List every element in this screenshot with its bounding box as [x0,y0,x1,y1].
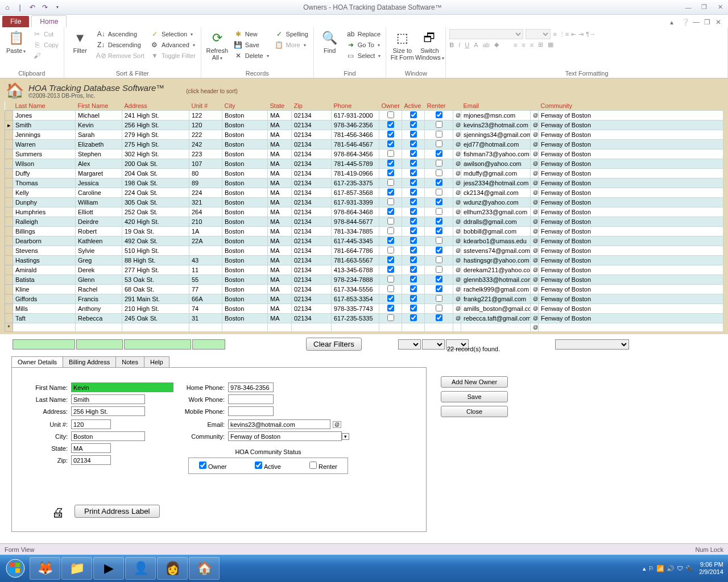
tray-network-icon[interactable]: 📶 [656,565,664,572]
table-row[interactable]: KellyCaroline224 Oak St.224BostonMA02134… [5,188,723,198]
filter-unit[interactable] [192,339,225,350]
active-chk[interactable] [410,266,417,273]
renter-chk[interactable] [436,247,442,253]
input-unit[interactable] [71,419,111,429]
table-row[interactable]: ThomasJessica198 Oak St.89BostonMA021346… [5,178,723,188]
table-row[interactable]: WarrenElizabeth275 High St.242BostonMA02… [5,140,723,149]
tray-volume-icon[interactable]: 🔊 [667,565,675,572]
renter-chk[interactable] [436,256,442,263]
col-header[interactable]: Email [461,101,531,111]
tab-billing-address[interactable]: Billing Address [63,356,116,368]
active-chk[interactable] [410,295,417,302]
col-header[interactable]: Owner [379,101,402,111]
renter-chk[interactable] [436,179,442,186]
col-header[interactable]: City [222,101,268,111]
taskbar-app2[interactable]: 👩 [157,557,188,580]
table-row[interactable]: ▸SmithKevin256 High St.120BostonMA021349… [5,120,723,130]
renter-chk[interactable] [436,131,442,138]
renter-chk[interactable] [436,140,442,147]
size-to-fit-button[interactable]: ⬚Size to Fit Form [390,29,415,61]
ascending-button[interactable]: A↓Ascending [95,29,146,39]
owner-chk[interactable] [387,131,394,138]
selection-button[interactable]: ✓Selection [148,29,197,39]
delete-button[interactable]: ✕Delete [232,51,271,61]
owner-chk[interactable] [387,247,394,253]
refresh-all-button[interactable]: ⟳Refresh All [205,29,230,61]
subwindow-restore-icon[interactable]: ❐ [704,18,713,27]
active-chk[interactable] [410,150,417,157]
filter-lastname[interactable] [13,339,75,350]
renter-chk[interactable] [436,121,442,128]
active-chk[interactable] [410,276,417,282]
find-button[interactable]: 🔍Find [317,29,342,54]
renter-chk[interactable] [436,237,442,244]
active-chk[interactable] [410,208,417,215]
renter-chk[interactable] [436,218,442,225]
new-row[interactable]: *@ [5,323,723,332]
active-chk[interactable] [410,305,417,311]
input-city[interactable] [71,431,145,441]
table-row[interactable]: KlineRachel68 Oak St.77BostonMA02134617-… [5,285,723,294]
paste-button[interactable]: 📋Paste [3,29,28,55]
owner-chk[interactable] [387,266,394,273]
replace-button[interactable]: abReplace [345,29,383,39]
goto-button[interactable]: ➜Go To [345,40,383,50]
tab-notes[interactable]: Notes [115,356,144,368]
tab-owner-details[interactable]: Owner Details [11,356,63,368]
subwindow-min-icon[interactable]: — [693,18,702,27]
save-button[interactable]: 💾Save [232,40,271,50]
owner-chk[interactable] [387,189,394,196]
advanced-button[interactable]: ⚙Advanced [148,40,197,50]
taskbar-hoa[interactable]: 🏠 [189,557,220,580]
renter-chk[interactable] [436,295,442,302]
table-row[interactable]: AmiraldDerek277 High St.11BostonMA021344… [5,265,723,275]
renter-chk[interactable] [436,208,442,215]
save-owner-button[interactable]: Save [441,391,508,402]
add-new-owner-button[interactable]: Add New Owner [441,376,508,388]
table-row[interactable]: TaftRebecca245 Oak St.31BostonMA02134617… [5,314,723,323]
owner-chk[interactable] [387,169,394,176]
col-header[interactable]: Phone [332,101,379,111]
taskbar-firefox[interactable]: 🦊 [30,557,60,580]
spelling-button[interactable]: ✓Spelling [273,29,310,39]
cut-button[interactable]: ✂Cut [31,29,60,39]
active-chk[interactable] [410,256,417,263]
renter-checkbox[interactable] [309,462,317,469]
active-chk[interactable] [410,189,417,196]
filter-community-select[interactable] [555,339,629,350]
table-row[interactable]: DuffyMargaret204 Oak St.80BostonMA021347… [5,169,723,178]
col-header[interactable]: Last Name [13,101,76,111]
copy-button[interactable]: ⎘Copy [31,40,60,50]
table-row[interactable]: BillingsRobert19 Oak St.1ABostonMA021347… [5,227,723,236]
table-row[interactable]: HumphriesElliott252 Oak St.264BostonMA02… [5,207,723,217]
renter-chk[interactable] [436,227,442,234]
owner-chk[interactable] [387,237,394,244]
col-header[interactable]: State [268,101,292,111]
help-icon[interactable]: ❔ [681,18,690,27]
tray-flag-icon[interactable]: ⚐ [648,565,654,572]
active-chk[interactable] [410,198,417,205]
owner-chk[interactable] [387,314,394,321]
table-row[interactable]: MillsAnthony210 High St.74BostonMA021349… [5,304,723,314]
owner-chk[interactable] [387,295,394,302]
start-button[interactable] [2,557,28,580]
owner-chk[interactable] [387,276,394,282]
owner-chk[interactable] [387,111,394,118]
remove-sort-button[interactable]: A⊘Remove Sort [95,51,146,61]
subwindow-close-icon[interactable]: ✕ [715,18,725,27]
renter-chk[interactable] [436,198,442,205]
close-button[interactable]: Close [441,406,508,417]
active-chk[interactable] [410,179,417,186]
renter-chk[interactable] [436,189,442,196]
active-chk[interactable] [410,160,417,167]
table-row[interactable]: WilsonAlex200 Oak St.107BostonMA02134781… [5,159,723,169]
table-row[interactable]: StevensSylvie510 High St.BostonMA0213478… [5,246,723,256]
owner-chk[interactable] [387,179,394,186]
input-workphone[interactable] [228,394,274,404]
input-email[interactable] [228,419,330,429]
dropdown-icon[interactable]: ▾ [342,433,349,440]
input-lastname[interactable] [71,394,145,404]
new-button[interactable]: ✱New [232,29,271,39]
table-row[interactable]: BatistaGlenn53 Oak St.55BostonMA02134978… [5,275,723,285]
filter-button[interactable]: ▼Filter [68,29,93,54]
